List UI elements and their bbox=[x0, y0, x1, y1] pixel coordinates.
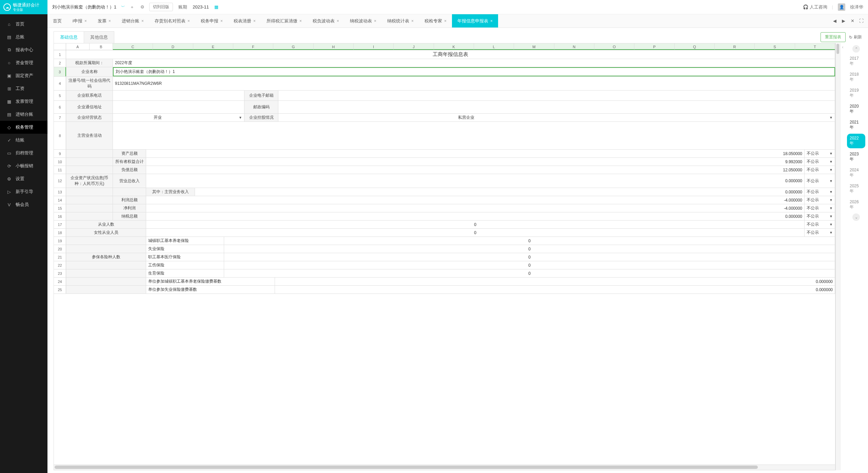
field-value[interactable]: 91320811MA7NGR2W6R bbox=[113, 77, 835, 90]
tab-7[interactable]: 所得税汇算清缴× bbox=[261, 14, 307, 27]
tab-12[interactable]: 年报信息申报表× bbox=[452, 14, 498, 27]
field-value[interactable]: 0 bbox=[224, 237, 835, 245]
publicity-select[interactable]: 不公示▼ bbox=[805, 229, 835, 236]
field-value[interactable]: 18.050000 bbox=[146, 150, 805, 157]
field-value[interactable]: 0.000000 bbox=[195, 188, 805, 196]
row-header[interactable]: 23 bbox=[54, 269, 66, 277]
year-down-button[interactable]: ⌄ bbox=[852, 213, 860, 221]
field-value[interactable]: 0 bbox=[224, 261, 835, 269]
account-selector[interactable]: 刘小艳演示账套（勿删勿动！）1 ﹀ bbox=[52, 4, 125, 10]
year-item[interactable]: 2019年 bbox=[847, 86, 865, 100]
nav-item-7[interactable]: ▤进销台账 bbox=[0, 108, 47, 121]
tab-next-button[interactable]: ▶ bbox=[840, 17, 848, 25]
column-header[interactable]: Q bbox=[675, 43, 715, 50]
consult-link[interactable]: 🎧 人工咨询 bbox=[803, 4, 827, 10]
close-icon[interactable]: × bbox=[108, 19, 111, 23]
nav-item-12[interactable]: ⚙设置 bbox=[0, 172, 47, 185]
row-header[interactable]: 9 bbox=[54, 150, 66, 157]
year-panel-toggle[interactable]: ‹ bbox=[840, 43, 845, 470]
field-value[interactable]: -4.000000 bbox=[146, 196, 805, 204]
tab-10[interactable]: 纳税统计表× bbox=[382, 14, 419, 27]
year-item[interactable]: 2024年 bbox=[847, 166, 865, 180]
column-header[interactable]: G bbox=[273, 43, 313, 50]
tab-9[interactable]: 纳税波动表× bbox=[344, 14, 382, 27]
row-header[interactable]: 3 bbox=[54, 67, 66, 76]
row-header[interactable]: 10 bbox=[54, 158, 66, 166]
column-header[interactable]: B bbox=[90, 43, 113, 50]
tab-4[interactable]: 存货别名对照表× bbox=[149, 14, 195, 27]
field-value[interactable]: 0 bbox=[146, 229, 805, 236]
row-header[interactable]: 5 bbox=[54, 91, 66, 100]
row-header[interactable]: 18 bbox=[54, 229, 66, 236]
tab-prev-button[interactable]: ◀ bbox=[831, 17, 839, 25]
nav-item-13[interactable]: ▷新手引导 bbox=[0, 185, 47, 198]
horizontal-scrollbar[interactable] bbox=[54, 465, 835, 470]
nav-item-4[interactable]: ▣固定资产 bbox=[0, 69, 47, 82]
close-icon[interactable]: × bbox=[299, 19, 302, 23]
row-header[interactable]: 20 bbox=[54, 245, 66, 253]
spreadsheet[interactable]: ABCDEFGHIJKLMNOPQRST 1工商年报信息表2税款所属期间：202… bbox=[54, 43, 835, 470]
tab-0[interactable]: 首页 bbox=[47, 14, 67, 27]
close-icon[interactable]: × bbox=[411, 19, 414, 23]
field-value[interactable] bbox=[113, 101, 244, 113]
field-value[interactable]: -4.000000 bbox=[146, 204, 805, 212]
year-item[interactable]: 2018年 bbox=[847, 70, 865, 84]
nav-item-3[interactable]: ○资金管理 bbox=[0, 56, 47, 69]
close-icon[interactable]: × bbox=[490, 19, 493, 23]
username[interactable]: 徐泽华 bbox=[850, 4, 863, 10]
column-header[interactable]: K bbox=[434, 43, 474, 50]
publicity-select[interactable]: 不公示▼ bbox=[805, 158, 835, 166]
year-item[interactable]: 2026年 bbox=[847, 197, 865, 212]
field-value[interactable] bbox=[113, 122, 835, 149]
tab-2[interactable]: 发票× bbox=[92, 14, 116, 27]
row-header[interactable]: 21 bbox=[54, 253, 66, 261]
field-value[interactable]: 0 bbox=[224, 253, 835, 261]
nav-item-2[interactable]: ⧉报表中心 bbox=[0, 43, 47, 56]
column-header[interactable]: D bbox=[153, 43, 193, 50]
publicity-select[interactable]: 不公示▼ bbox=[805, 196, 835, 204]
tab-5[interactable]: 税务申报× bbox=[195, 14, 228, 27]
column-header[interactable]: J bbox=[394, 43, 434, 50]
close-icon[interactable]: × bbox=[84, 19, 87, 23]
subtab-0[interactable]: 基础信息 bbox=[54, 32, 84, 43]
field-value[interactable]: 0.000000 bbox=[146, 174, 805, 188]
refresh-button[interactable]: ↻ 刷新 bbox=[849, 34, 862, 40]
year-item[interactable]: 2017年 bbox=[847, 54, 865, 69]
tab-8[interactable]: 税负波动表× bbox=[307, 14, 344, 27]
tab-1[interactable]: i申报× bbox=[67, 14, 92, 27]
year-up-button[interactable]: ⌃ bbox=[852, 45, 860, 53]
add-account-button[interactable]: ＋ bbox=[129, 3, 136, 11]
column-header[interactable]: P bbox=[634, 43, 674, 50]
row-header[interactable]: 22 bbox=[54, 261, 66, 269]
nav-item-0[interactable]: ⌂首页 bbox=[0, 18, 47, 31]
nav-item-14[interactable]: V畅会员 bbox=[0, 198, 47, 211]
settings-icon[interactable]: ⚙ bbox=[139, 4, 146, 10]
column-header[interactable]: M bbox=[514, 43, 554, 50]
close-icon[interactable]: × bbox=[141, 19, 144, 23]
column-header[interactable]: N bbox=[554, 43, 594, 50]
field-value[interactable]: 9.992000 bbox=[146, 158, 805, 166]
row-header[interactable]: 24 bbox=[54, 278, 66, 285]
field-value[interactable] bbox=[278, 91, 835, 100]
nav-item-9[interactable]: ✓结账 bbox=[0, 134, 47, 147]
close-icon[interactable]: × bbox=[220, 19, 223, 23]
tab-3[interactable]: 进销台账× bbox=[116, 14, 149, 27]
nav-item-11[interactable]: ⟳小畅报销 bbox=[0, 159, 47, 172]
tab-close-button[interactable]: ✕ bbox=[848, 17, 856, 25]
year-item[interactable]: 2025年 bbox=[847, 182, 865, 196]
column-header[interactable]: I bbox=[354, 43, 394, 50]
column-header[interactable]: T bbox=[795, 43, 835, 50]
field-value[interactable] bbox=[278, 101, 835, 113]
row-header[interactable]: 12 bbox=[54, 174, 66, 188]
column-header[interactable]: E bbox=[193, 43, 233, 50]
row-header[interactable]: 15 bbox=[54, 204, 66, 212]
row-header[interactable]: 4 bbox=[54, 77, 66, 90]
calendar-icon[interactable]: ▦ bbox=[214, 4, 218, 10]
vertical-scrollbar[interactable] bbox=[835, 43, 840, 470]
close-icon[interactable]: × bbox=[337, 19, 339, 23]
field-value[interactable]: 0 bbox=[146, 221, 805, 228]
field-value[interactable]: 0.000000 bbox=[146, 212, 805, 220]
field-value[interactable]: 0 bbox=[224, 269, 835, 277]
field-value[interactable]: 12.050000 bbox=[146, 166, 805, 174]
column-header[interactable]: C bbox=[113, 43, 153, 50]
